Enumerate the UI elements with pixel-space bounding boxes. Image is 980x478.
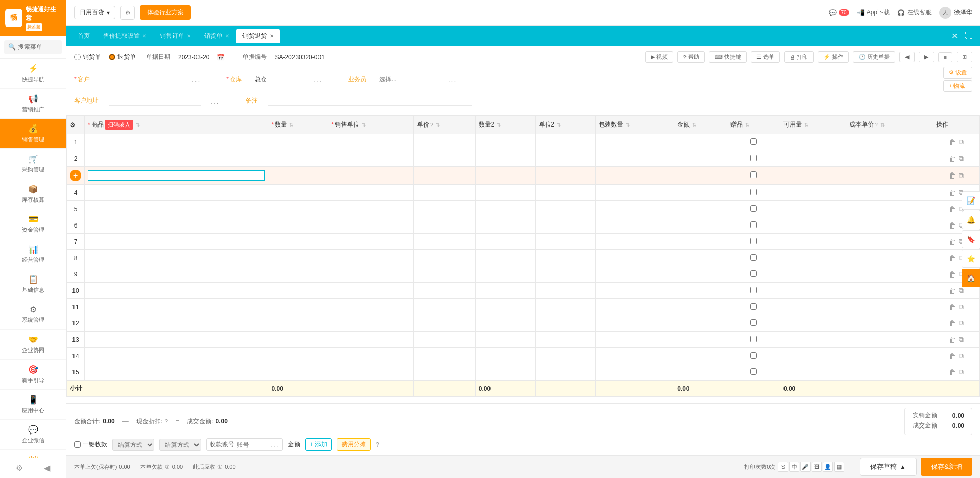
row-14-available[interactable]	[780, 348, 846, 364]
row-15-copy-button[interactable]: ⧉	[958, 367, 964, 377]
header-settings-button[interactable]: ⚙	[120, 6, 135, 20]
row-3-gift[interactable]	[727, 167, 780, 185]
row-15-unit-price[interactable]	[413, 364, 475, 381]
row-10-cost-price[interactable]	[846, 283, 933, 299]
row-11-quantity[interactable]	[268, 299, 328, 315]
row-13-copy-button[interactable]: ⧉	[958, 335, 964, 344]
row-3-quantity[interactable]	[268, 167, 328, 185]
row-12-amount[interactable]	[674, 315, 727, 332]
row-9-pack-qty[interactable]	[596, 266, 674, 283]
sidebar-item-quick-nav[interactable]: ⚡ 快捷导航	[0, 59, 66, 89]
row-12-delete-button[interactable]: 🗑	[948, 319, 957, 328]
row-12-qty2[interactable]	[475, 315, 535, 332]
row-10-product[interactable]	[85, 283, 268, 299]
row-4-available[interactable]	[780, 185, 846, 201]
row-1-gift-checkbox[interactable]	[750, 138, 757, 145]
row-12-gift-checkbox[interactable]	[750, 319, 757, 326]
sidebar-item-member[interactable]: 👑 畅会员	[0, 450, 66, 458]
row-7-delete-button[interactable]: 🗑	[948, 237, 957, 246]
sidebar-item-enterprise[interactable]: 🤝 企业协同	[0, 330, 66, 360]
row-14-gift-checkbox[interactable]	[750, 352, 757, 359]
row-12-unit-price[interactable]	[413, 315, 475, 332]
row-8-product[interactable]	[85, 250, 268, 266]
row-14-unit2[interactable]	[535, 348, 596, 364]
row-3-product-input[interactable]	[88, 170, 265, 181]
row-10-sales-unit[interactable]	[328, 283, 414, 299]
row-7-gift[interactable]	[727, 234, 780, 250]
row-1-cost-price[interactable]	[846, 134, 933, 150]
row-11-unit-price[interactable]	[413, 299, 475, 315]
row-7-product[interactable]	[85, 234, 268, 250]
row-8-unit-price[interactable]	[413, 250, 475, 266]
user-profile-button[interactable]: 人 徐泽华	[939, 7, 972, 19]
row-5-sales-unit[interactable]	[328, 201, 414, 217]
sidebar-item-guide[interactable]: 🎯 新手引导	[0, 360, 66, 390]
row-15-qty2[interactable]	[475, 364, 535, 381]
row-7-gift-checkbox[interactable]	[750, 238, 757, 244]
row-2-quantity[interactable]	[268, 150, 328, 167]
row-11-qty2[interactable]	[475, 299, 535, 315]
gift-sort-icon[interactable]: ⇅	[745, 122, 749, 128]
row-1-unit2[interactable]	[535, 134, 596, 150]
row-4-product[interactable]	[85, 185, 268, 201]
row-15-product[interactable]	[85, 364, 268, 381]
row-5-delete-button[interactable]: 🗑	[948, 205, 957, 214]
row-5-pack-qty[interactable]	[596, 201, 674, 217]
grid-view-button[interactable]: ⊞	[957, 52, 972, 62]
row-3-unit2[interactable]	[535, 167, 596, 185]
row-4-gift-checkbox[interactable]	[750, 189, 757, 195]
row-11-unit2[interactable]	[535, 299, 596, 315]
ime-img-button[interactable]: 🖼	[812, 462, 822, 472]
amount-sort-icon[interactable]: ⇅	[692, 122, 696, 128]
row-14-amount[interactable]	[674, 348, 727, 364]
tab-price-settings-close[interactable]: ✕	[142, 33, 146, 39]
row-4-pack-qty[interactable]	[596, 185, 674, 201]
save-draft-button[interactable]: 保存草稿 ▲	[860, 458, 917, 476]
row-14-cost-price[interactable]	[846, 348, 933, 364]
row-8-sales-unit[interactable]	[328, 250, 414, 266]
row-9-cost-price[interactable]	[846, 266, 933, 283]
daily-category-select[interactable]: 日用百货 ▾	[74, 6, 115, 19]
row-6-available[interactable]	[780, 217, 846, 234]
tab-home[interactable]: 首页	[71, 29, 96, 43]
row-1-unit-price[interactable]	[413, 134, 475, 150]
row-14-unit-price[interactable]	[413, 348, 475, 364]
sort-icon[interactable]: ⇅	[136, 122, 140, 128]
row-4-sales-unit[interactable]	[328, 185, 414, 201]
row-7-amount[interactable]	[674, 234, 727, 250]
one-key-pay-checkbox[interactable]: 一键收款	[74, 440, 107, 449]
row-12-cost-price[interactable]	[846, 315, 933, 332]
row-10-qty2[interactable]	[475, 283, 535, 299]
row-11-product[interactable]	[85, 299, 268, 315]
sidebar-item-wechat[interactable]: 💬 企业微信	[0, 420, 66, 450]
row-6-quantity[interactable]	[268, 217, 328, 234]
sidebar-item-sales-mgmt[interactable]: 💰 销售管理	[0, 119, 66, 149]
row-9-delete-button[interactable]: 🗑	[948, 270, 957, 279]
row-5-product[interactable]	[85, 201, 268, 217]
row-5-gift[interactable]	[727, 201, 780, 217]
sidebar-collapse-button[interactable]: ◀	[44, 463, 50, 473]
sidebar-item-purchase-mgmt[interactable]: 🛒 采购管理	[0, 149, 66, 179]
row-4-qty2[interactable]	[475, 185, 535, 201]
row-15-cost-price[interactable]	[846, 364, 933, 381]
row-15-sales-unit[interactable]	[328, 364, 414, 381]
row-4-unit2[interactable]	[535, 185, 596, 201]
tab-sales-order[interactable]: 销售订单 ✕	[154, 29, 197, 43]
price-tip-icon[interactable]: ?	[430, 122, 433, 128]
print-button[interactable]: 🖨 打印	[784, 51, 814, 63]
row-1-product[interactable]	[85, 134, 268, 150]
row-13-sales-unit[interactable]	[328, 332, 414, 348]
row-2-gift-checkbox[interactable]	[750, 155, 757, 161]
floating-action-4[interactable]: ⭐	[962, 249, 980, 268]
row-12-product[interactable]	[85, 315, 268, 332]
row-3-cost-price[interactable]	[846, 167, 933, 185]
sidebar-item-app-center[interactable]: 📱 应用中心	[0, 390, 66, 420]
sidebar-item-inventory[interactable]: 📦 库存核算	[0, 179, 66, 209]
row-7-quantity[interactable]	[268, 234, 328, 250]
available-sort-icon[interactable]: ⇅	[804, 122, 808, 128]
packqty-sort-icon[interactable]: ⇅	[626, 122, 630, 128]
row-1-gift[interactable]	[727, 134, 780, 150]
row-5-available[interactable]	[780, 201, 846, 217]
video-button[interactable]: ▶ 视频	[645, 51, 673, 63]
row-1-copy-button[interactable]: ⧉	[958, 137, 964, 147]
